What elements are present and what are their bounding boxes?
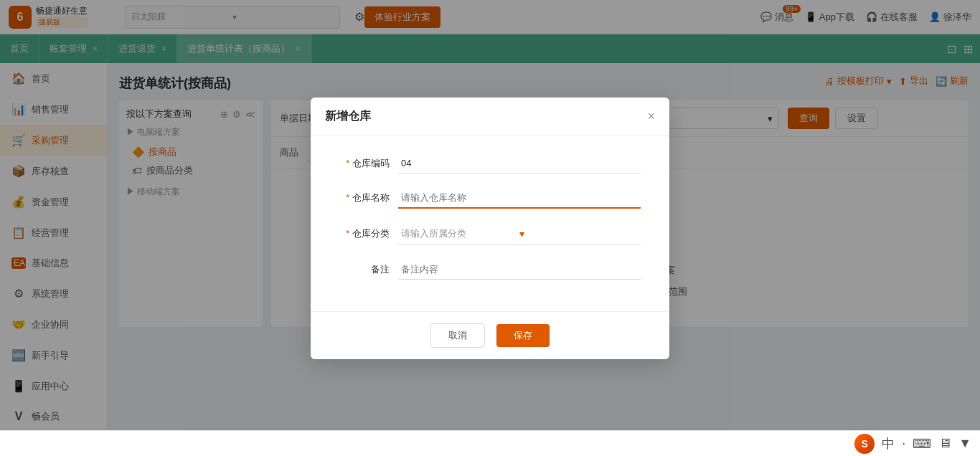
form-row-remark: 备注 bbox=[339, 260, 641, 280]
dialog-body: 仓库编码 仓库名称 仓库分类 请输入所属分类 ▾ 备注 bbox=[311, 136, 669, 311]
remark-label: 备注 bbox=[339, 263, 390, 276]
category-dropdown-icon: ▾ bbox=[519, 228, 638, 239]
cancel-button[interactable]: 取消 bbox=[430, 323, 485, 348]
modal-overlay: 新增仓库 × 仓库编码 仓库名称 仓库分类 请输入所属分类 ▾ bbox=[0, 0, 980, 456]
code-input[interactable] bbox=[398, 153, 641, 174]
dot-icon[interactable]: · bbox=[902, 436, 905, 451]
dialog-close-button[interactable]: × bbox=[647, 109, 655, 124]
form-row-name: 仓库名称 bbox=[339, 188, 641, 209]
category-select[interactable]: 请输入所属分类 ▾ bbox=[398, 223, 641, 245]
keyboard-icon[interactable]: ⌨ bbox=[913, 436, 931, 452]
dialog-footer: 取消 保存 bbox=[311, 311, 669, 359]
arrow-down-icon[interactable]: ▼ bbox=[958, 436, 971, 451]
category-placeholder: 请输入所属分类 bbox=[401, 227, 519, 240]
code-label: 仓库编码 bbox=[339, 157, 390, 170]
dialog-header: 新增仓库 × bbox=[311, 98, 669, 136]
category-label: 仓库分类 bbox=[339, 227, 390, 240]
form-row-code: 仓库编码 bbox=[339, 153, 641, 174]
s-logo: S bbox=[854, 434, 875, 454]
dialog-title: 新增仓库 bbox=[325, 109, 371, 124]
name-label: 仓库名称 bbox=[339, 191, 390, 204]
bottom-bar: S 中 · ⌨ 🖥 ▼ bbox=[0, 430, 980, 456]
new-warehouse-dialog: 新增仓库 × 仓库编码 仓库名称 仓库分类 请输入所属分类 ▾ bbox=[311, 98, 669, 359]
chinese-icon[interactable]: 中 bbox=[882, 435, 895, 452]
form-row-category: 仓库分类 请输入所属分类 ▾ bbox=[339, 223, 641, 245]
save-button[interactable]: 保存 bbox=[496, 324, 550, 347]
name-input[interactable] bbox=[398, 188, 641, 209]
remark-input[interactable] bbox=[398, 260, 641, 280]
monitor-icon[interactable]: 🖥 bbox=[938, 436, 951, 451]
